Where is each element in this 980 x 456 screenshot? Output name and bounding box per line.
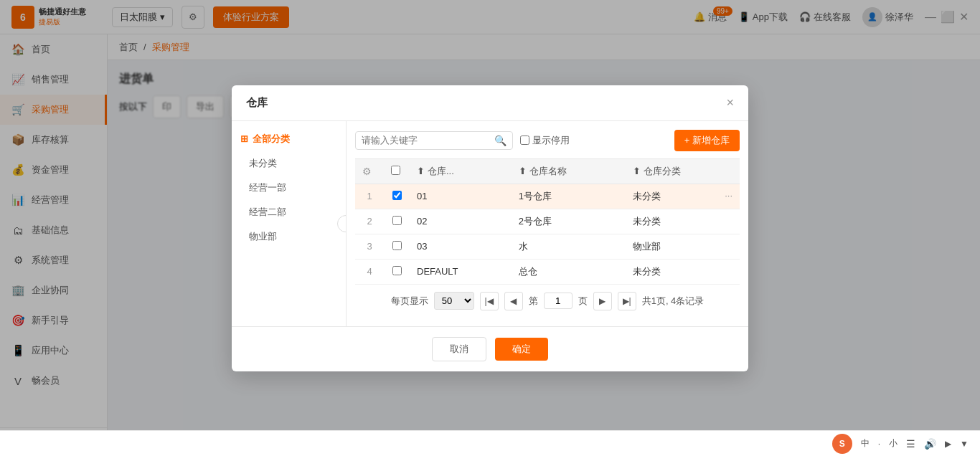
col-code: ⬆ 仓库... [410,158,512,184]
search-input[interactable] [362,135,494,146]
modal-footer: 取消 确定 [232,326,748,371]
row-code: DEFAULT [410,259,512,284]
modal-overlay: 仓库 × ⊞ 全部分类 未分类 经营一部 经营二部 [0,0,980,456]
total-label: 共1页, 4条记录 [642,295,705,308]
show-disabled-input[interactable] [520,136,529,145]
statusbar-play-icon[interactable]: ▶ [945,439,951,449]
col-gear: ⚙ [355,158,384,184]
row-checkbox[interactable] [384,184,410,209]
modal-close-button[interactable]: × [726,95,734,110]
row-checkbox[interactable] [384,234,410,259]
grid-icon: ⊞ [240,133,248,144]
statusbar: S 中 · 小 ☰ 🔊 ▶ ▼ [0,430,980,456]
row-index: 1 [355,184,384,209]
category-all[interactable]: ⊞ 全部分类 [232,127,346,151]
confirm-button[interactable]: 确定 [495,338,548,361]
last-page-button[interactable]: ▶| [618,292,636,310]
row-name: 总仓 [512,259,626,284]
table-body: 1 01 1号仓库 未分类··· 2 02 2号仓库 未分类 3 03 水 物业… [355,184,740,284]
statusbar-speaker-icon[interactable]: 🔊 [924,438,936,450]
warehouse-modal: 仓库 × ⊞ 全部分类 未分类 经营一部 经营二部 [232,85,748,371]
show-disabled-checkbox[interactable]: 显示停用 [520,134,570,147]
row-index: 3 [355,234,384,259]
search-icon[interactable]: 🔍 [494,135,507,146]
row-index: 2 [355,209,384,234]
per-page-select[interactable]: 50 10 20 100 [434,292,474,310]
category-item-unclassified[interactable]: 未分类 [232,151,346,176]
page-label: 第 [529,295,538,308]
row-category: 未分类 [626,259,740,284]
row-code: 02 [410,209,512,234]
modal-header: 仓库 × [232,85,748,121]
search-box: 🔍 [355,131,513,150]
cancel-button[interactable]: 取消 [432,337,486,361]
row-index: 4 [355,259,384,284]
table-toolbar: 🔍 显示停用 + 新增仓库 [355,130,740,151]
row-code: 01 [410,184,512,209]
next-page-button[interactable]: ▶ [593,292,612,310]
statusbar-dot: · [878,439,880,449]
category-all-label: 全部分类 [253,133,290,146]
row-checkbox[interactable] [384,259,410,284]
statusbar-item-zh[interactable]: 中 [861,437,870,450]
row-name: 1号仓库 [512,184,626,209]
page-suffix: 页 [578,295,588,308]
gear-icon[interactable]: ⚙ [362,166,372,177]
modal-title: 仓库 [246,96,268,110]
pagination: 每页显示 50 10 20 100 |◀ ◀ 第 页 ▶ ▶| 共1页, 4条记… [355,285,740,318]
table-area: 🔍 显示停用 + 新增仓库 ⚙ [347,121,748,326]
category-item-dept1[interactable]: 经营一部 [232,176,346,200]
add-warehouse-button[interactable]: + 新增仓库 [674,130,740,151]
table-row[interactable]: 2 02 2号仓库 未分类 [355,209,740,234]
category-item-property[interactable]: 物业部 [232,224,346,249]
row-category: 物业部 [626,234,740,259]
prev-page-button[interactable]: ◀ [504,292,523,310]
sort-icon: ⬆ [519,166,527,176]
col-checkbox [384,158,410,184]
sort-icon: ⬆ [633,166,641,176]
row-category: 未分类··· [626,184,740,209]
first-page-button[interactable]: |◀ [480,292,499,310]
row-name: 水 [512,234,626,259]
sort-icon: ⬆ [417,166,425,176]
row-category: 未分类 [626,209,740,234]
table-row[interactable]: 4 DEFAULT 总仓 未分类 [355,259,740,284]
table-row[interactable]: 3 03 水 物业部 [355,234,740,259]
row-code: 03 [410,234,512,259]
row-name: 2号仓库 [512,209,626,234]
statusbar-down-icon[interactable]: ▼ [960,439,969,449]
modal-body: ⊞ 全部分类 未分类 经营一部 经营二部 物业部 《 [232,121,748,326]
brand-logo-bottom: S [832,434,852,454]
category-sidebar: ⊞ 全部分类 未分类 经营一部 经营二部 物业部 《 [232,121,347,326]
statusbar-menu-icon[interactable]: ☰ [906,438,915,450]
warehouse-table: ⚙ ⬆ 仓库... [355,158,740,285]
col-category: ⬆ 仓库分类 [626,158,740,184]
category-item-dept2[interactable]: 经营二部 [232,200,346,224]
select-all-checkbox[interactable] [391,166,400,175]
table-row[interactable]: 1 01 1号仓库 未分类··· [355,184,740,209]
col-name: ⬆ 仓库名称 [512,158,626,184]
page-number-input[interactable] [544,293,573,309]
row-checkbox[interactable] [384,209,410,234]
statusbar-item-small[interactable]: 小 [889,437,897,450]
per-page-label: 每页显示 [391,295,428,308]
